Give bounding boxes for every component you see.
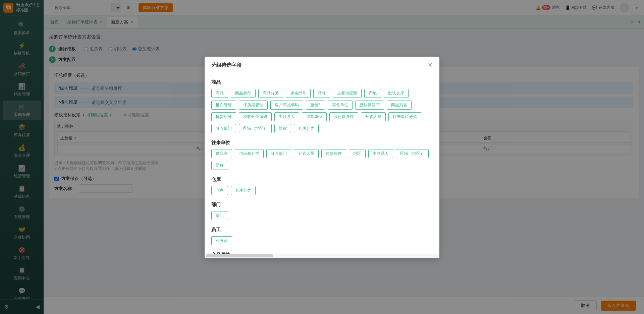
field-tag-4-0[interactable]: 业务员 [211, 236, 232, 245]
modal-dialog: 分组待选字段 ✕ 商品商品商品类型商品分类规格型号品牌主要供应商产地默认仓库批次… [205, 57, 439, 258]
field-tag-0-9[interactable]: 保质期管理 [239, 101, 268, 110]
field-tag-0-15[interactable]: 拣货积分 [211, 112, 236, 121]
field-section-title-4: 员工 [211, 227, 433, 233]
field-tag-0-18[interactable]: 结算单位 [302, 112, 327, 121]
field-section-4: 员工业务员 [211, 227, 433, 245]
field-tag-0-0[interactable]: 商品 [211, 89, 228, 98]
modal-header: 分组待选字段 ✕ [205, 57, 439, 74]
field-tag-1-8[interactable]: 简称 [211, 161, 228, 170]
field-tag-0-17[interactable]: 主联系人 [274, 112, 299, 121]
field-tag-0-11[interactable]: 重量3 [306, 101, 325, 110]
field-tag-0-12[interactable]: 零售单位 [328, 101, 353, 110]
field-tags-3: 部门 [211, 211, 433, 220]
field-tag-1-2[interactable]: 分管部门 [266, 149, 291, 158]
field-tag-1-5[interactable]: 地区 [349, 149, 366, 158]
field-tag-0-4[interactable]: 品牌 [313, 89, 330, 98]
modal-body: 商品商品商品类型商品分类规格型号品牌主要供应商产地默认仓库批次管理保质期管理客户… [205, 74, 439, 254]
field-section-title-1: 往来单位 [211, 140, 433, 146]
field-tags-0: 商品商品类型商品分类规格型号品牌主要供应商产地默认仓库批次管理保质期管理客户商品… [211, 89, 433, 133]
field-tag-1-0[interactable]: 供应商 [211, 149, 232, 158]
field-tag-0-25[interactable]: 仓库分类 [294, 124, 319, 133]
field-tag-0-5[interactable]: 主要供应商 [333, 89, 362, 98]
scroll-thumb [206, 254, 273, 257]
field-tag-0-19[interactable]: 收付款条件 [329, 112, 358, 121]
field-section-1: 往来单位供应商供应商分类分管部门分管人员付款条件地区主联系人区域（地区）简称 [211, 140, 433, 170]
field-tags-1: 供应商供应商分类分管部门分管人员付款条件地区主联系人区域（地区）简称 [211, 149, 433, 170]
field-tag-0-14[interactable]: 商品别名 [387, 101, 412, 110]
field-tag-0-23[interactable]: 区域（地区） [239, 124, 272, 133]
field-tag-0-13[interactable]: 默认供应商 [355, 101, 384, 110]
field-tag-1-7[interactable]: 区域（地区） [396, 149, 429, 158]
field-tag-1-3[interactable]: 分管人员 [294, 149, 319, 158]
field-tag-0-20[interactable]: 分管人员 [361, 112, 386, 121]
field-tags-2: 仓库仓库分类 [211, 186, 433, 195]
modal-title: 分组待选字段 [211, 62, 241, 68]
field-section-title-2: 仓库 [211, 177, 433, 183]
field-tag-0-8[interactable]: 批次管理 [211, 101, 236, 110]
field-tag-0-16[interactable]: 税收分类编码 [239, 112, 272, 121]
field-tag-0-2[interactable]: 商品分类 [258, 89, 283, 98]
field-tag-2-1[interactable]: 仓库分类 [231, 186, 256, 195]
field-tag-0-6[interactable]: 产地 [364, 89, 381, 98]
field-tag-0-10[interactable]: 客户商品编码 [270, 101, 303, 110]
field-tag-3-0[interactable]: 部门 [211, 211, 228, 220]
field-tag-1-1[interactable]: 供应商分类 [235, 149, 264, 158]
field-tag-1-4[interactable]: 付款条件 [321, 149, 346, 158]
field-tag-2-0[interactable]: 仓库 [211, 186, 228, 195]
field-section-3: 部门部门 [211, 202, 433, 220]
field-section-2: 仓库仓库仓库分类 [211, 177, 433, 195]
field-tag-0-7[interactable]: 默认仓库 [384, 89, 409, 98]
modal-overlay: 分组待选字段 ✕ 商品商品商品类型商品分类规格型号品牌主要供应商产地默认仓库批次… [0, 0, 644, 314]
field-tag-0-24[interactable]: 简称 [274, 124, 291, 133]
field-tag-0-3[interactable]: 规格型号 [286, 89, 311, 98]
field-tags-4: 业务员 [211, 236, 433, 245]
modal-close-button[interactable]: ✕ [428, 62, 433, 68]
field-section-title-3: 部门 [211, 202, 433, 208]
field-tag-1-6[interactable]: 主联系人 [368, 149, 393, 158]
modal-horizontal-scrollbar[interactable] [205, 254, 439, 258]
field-tag-0-21[interactable]: 往来单位分类 [388, 112, 421, 121]
field-tag-0-22[interactable]: 分管部门 [211, 124, 236, 133]
field-tag-0-1[interactable]: 商品类型 [231, 89, 256, 98]
field-section-0: 商品商品商品类型商品分类规格型号品牌主要供应商产地默认仓库批次管理保质期管理客户… [211, 79, 433, 133]
field-section-title-0: 商品 [211, 79, 433, 85]
